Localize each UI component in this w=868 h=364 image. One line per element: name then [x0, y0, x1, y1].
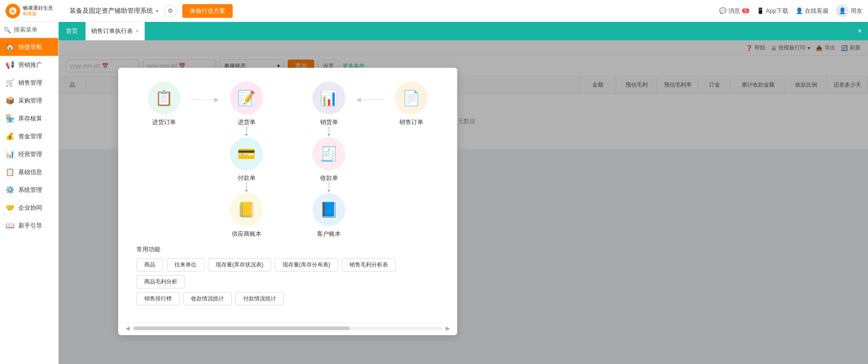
- service-icon: 👤: [796, 7, 803, 14]
- func-btn-product-gross[interactable]: 商品毛利分析: [136, 275, 185, 288]
- sales-bill-icon: 📊: [312, 81, 345, 114]
- search-menu[interactable]: 🔍 搜索菜单: [0, 22, 58, 38]
- func-btn-supplier[interactable]: 往来单位: [167, 258, 204, 272]
- func-btn-product[interactable]: 商品: [136, 258, 163, 272]
- wf-node-purchase-bill[interactable]: 📝 进货单: [219, 81, 274, 126]
- message-button[interactable]: 💬 消息 5: [719, 7, 749, 15]
- sidebar-item-quick[interactable]: 🏠 快捷导航: [0, 38, 58, 56]
- wf-node-customer-ledger[interactable]: 📘 客户账本: [301, 193, 356, 238]
- func-btn-stock-status[interactable]: 现存量(库存状况表): [208, 258, 271, 272]
- purchase-bill-label: 进货单: [238, 118, 256, 126]
- system-icon: ⚙️: [5, 185, 15, 194]
- supplier-ledger-label: 供应商账本: [232, 230, 262, 238]
- common-funcs-title: 常用功能: [136, 245, 439, 254]
- receipt-icon: 🧾: [312, 137, 345, 170]
- purchase-bill-icon: 📝: [230, 81, 263, 114]
- sidebar-item-enterprise[interactable]: 🤝 企业协同: [0, 199, 58, 217]
- tab-bar: 首页 销售订单执行表 × ×: [59, 22, 868, 40]
- sidebar-item-marketing[interactable]: 📢 营销推广: [0, 56, 58, 74]
- scroll-track[interactable]: [133, 326, 442, 330]
- tab-close-icon[interactable]: ×: [136, 28, 139, 34]
- func-buttons-row1: 商品 往来单位 现存量(库存状况表) 现存量(库存分布表) 销售毛利分析表 商品…: [136, 258, 439, 288]
- basic-icon: 📋: [5, 168, 15, 176]
- workflow-diagram: 📋 进货订单 ▶: [136, 81, 439, 238]
- sidebar-item-sales[interactable]: 🛒 销售管理: [0, 74, 58, 92]
- tab-sales-order[interactable]: 销售订单执行表 ×: [86, 22, 145, 40]
- func-btn-sales-gross[interactable]: 销售毛利分析表: [342, 258, 396, 272]
- sidebar-item-newbie[interactable]: 📖 新手引导: [0, 217, 58, 234]
- scroll-left-button[interactable]: ◀: [126, 325, 130, 331]
- logo-area: 畅 畅康通好生意 标准版: [5, 4, 64, 18]
- func-buttons-row2: 销售排行榜 收款情况统计 付款情况统计: [136, 292, 439, 305]
- trial-button[interactable]: 体验行业方案: [182, 4, 233, 18]
- message-icon: 💬: [719, 7, 726, 14]
- newbie-icon: 📖: [5, 221, 15, 230]
- modal-content: 📋 进货订单 ▶: [118, 68, 457, 323]
- sidebar-item-basic[interactable]: 📋 基础信息: [0, 163, 58, 181]
- dropdown-arrow-icon[interactable]: ▾: [156, 8, 158, 14]
- sidebar-item-purchase[interactable]: 📦 采购管理: [0, 92, 58, 109]
- payment-label: 付款单: [238, 174, 256, 182]
- close-window-button[interactable]: ×: [852, 22, 868, 40]
- customer-ledger-label: 客户账本: [317, 230, 341, 238]
- sidebar-item-system[interactable]: ⚙️ 系统管理: [0, 181, 58, 199]
- operation-icon: 📊: [5, 150, 15, 158]
- logo-icon: 畅: [5, 4, 20, 18]
- sidebar-item-operation[interactable]: 📊 经营管理: [0, 145, 58, 163]
- sales-order-icon: 📄: [395, 81, 428, 114]
- sales-icon: 🛒: [5, 78, 15, 87]
- sales-order-label: 销售订单: [399, 118, 423, 126]
- quick-nav-icon: 🏠: [5, 43, 15, 51]
- settings-button[interactable]: ⚙: [164, 5, 177, 17]
- receipt-label: 收款单: [320, 174, 338, 182]
- wf-node-sales-bill[interactable]: 📊 销货单: [301, 81, 356, 126]
- purchase-order-label: 进货订单: [152, 118, 176, 126]
- sidebar-item-finance[interactable]: 💰 资金管理: [0, 127, 58, 145]
- sidebar: 🔍 搜索菜单 🏠 快捷导航 📢 营销推广 🛒 销售管理 📦 采购管理 🏪: [0, 22, 59, 364]
- logo-text: 畅康通好生意 标准版: [23, 5, 53, 16]
- service-button[interactable]: 👤 在线客服: [796, 7, 829, 15]
- func-btn-sales-rank[interactable]: 销售排行榜: [136, 292, 180, 305]
- modal-scrollbar: ◀ ▶: [118, 323, 457, 335]
- finance-icon: 💰: [5, 132, 15, 141]
- svg-text:畅: 畅: [11, 9, 15, 14]
- user-menu[interactable]: 👤 用友: [836, 5, 863, 17]
- scroll-right-button[interactable]: ▶: [446, 325, 450, 331]
- func-btn-receipt-stat[interactable]: 收款情况统计: [183, 292, 232, 305]
- tab-home[interactable]: 首页: [59, 22, 86, 40]
- main-area: 🔍 搜索菜单 🏠 快捷导航 📢 营销推广 🛒 销售管理 📦 采购管理 🏪: [0, 22, 868, 364]
- main-content: ❓ 帮助 🖨 按模板打印 ▾ 📤 导出 🔄 刷新: [59, 40, 868, 364]
- supplier-ledger-icon: 📒: [230, 193, 263, 226]
- marketing-icon: 📢: [5, 60, 15, 69]
- system-title: 装备及固定资产辅助管理系统 ▾: [70, 7, 158, 15]
- search-icon: 🔍: [4, 27, 11, 33]
- purchase-icon: 📦: [5, 96, 15, 105]
- modal-dialog: 📋 进货订单 ▶: [118, 68, 457, 335]
- payment-icon: 💳: [230, 137, 263, 170]
- customer-ledger-icon: 📘: [312, 193, 345, 226]
- top-right-area: 💬 消息 5 📱 App下载 👤 在线客服 👤 用友: [719, 5, 863, 17]
- sales-bill-label: 销货单: [320, 118, 338, 126]
- wf-node-purchase-order[interactable]: 📋 进货订单: [136, 81, 191, 126]
- content-area: 首页 销售订单执行表 × × ❓ 帮助 🖨: [59, 22, 868, 364]
- wf-node-payment[interactable]: 💳 付款单: [219, 137, 274, 182]
- wf-node-receipt[interactable]: 🧾 收款单: [301, 137, 356, 182]
- purchase-order-icon: 📋: [147, 81, 180, 114]
- message-badge: 5: [742, 8, 749, 13]
- wf-node-sales-order[interactable]: 📄 销售订单: [384, 81, 439, 126]
- app-icon: 📱: [757, 7, 764, 14]
- enterprise-icon: 🤝: [5, 203, 15, 212]
- wf-node-supplier-ledger[interactable]: 📒 供应商账本: [219, 193, 274, 238]
- inventory-icon: 🏪: [5, 114, 15, 123]
- avatar: 👤: [836, 5, 849, 17]
- sidebar-item-inventory[interactable]: 🏪 库存核算: [0, 109, 58, 127]
- common-functions-section: 常用功能 商品 往来单位 现存量(库存状况表) 现存量(库存分布表) 销售毛利分…: [136, 245, 439, 305]
- app-container: 畅 畅康通好生意 标准版 装备及固定资产辅助管理系统 ▾ ⚙ 体验行业方案 💬 …: [0, 0, 868, 364]
- func-btn-stock-dist[interactable]: 现存量(库存分布表): [275, 258, 338, 272]
- top-bar: 畅 畅康通好生意 标准版 装备及固定资产辅助管理系统 ▾ ⚙ 体验行业方案 💬 …: [0, 0, 868, 22]
- app-download-button[interactable]: 📱 App下载: [757, 7, 788, 15]
- scroll-thumb: [133, 326, 349, 330]
- func-btn-payment-stat[interactable]: 付款情况统计: [235, 292, 284, 305]
